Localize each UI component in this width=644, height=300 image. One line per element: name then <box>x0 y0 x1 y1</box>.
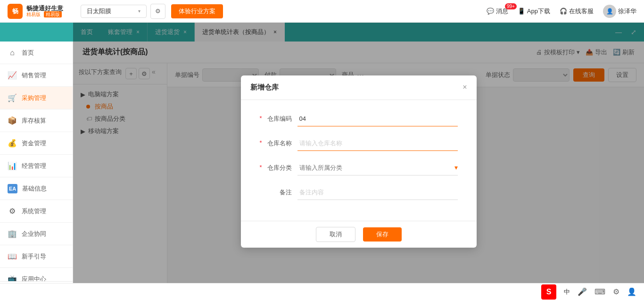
mic-icon[interactable]: 🎤 <box>578 287 587 296</box>
logo-title: 畅捷通好生意 <box>26 5 63 12</box>
sidebar-item-finance[interactable]: 💰 资金管理 <box>0 132 73 155</box>
modal-new-warehouse: 新增仓库 × 仓库编码 仓库名称 仓库分类 ▾ <box>241 75 477 248</box>
sidebar-item-sales[interactable]: 📈 销售管理 <box>0 64 73 87</box>
user-name: 徐泽华 <box>618 7 636 16</box>
guide-icon: 📖 <box>8 252 17 261</box>
category-label: 仓库分类 <box>260 164 297 172</box>
name-label: 仓库名称 <box>260 139 297 148</box>
code-input[interactable] <box>297 111 458 126</box>
user-icon[interactable]: 👤 <box>627 287 636 296</box>
gear-button[interactable]: ⚙ <box>150 4 165 19</box>
sidebar: ⌂ 首页 📈 销售管理 🛒 采购管理 📦 库存核算 💰 资金管理 📊 经营管理 … <box>0 42 73 300</box>
keyboard-icon[interactable]: ⌨ <box>594 287 605 296</box>
phone-icon: 📱 <box>518 8 525 15</box>
purchase-icon: 🛒 <box>8 93 17 103</box>
user-item[interactable]: 👤 徐泽华 <box>603 5 636 18</box>
bottom-bar: S 中 🎤 ⌨ ⚙ 👤 <box>0 283 644 300</box>
modal-close-button[interactable]: × <box>462 83 467 91</box>
sidebar-label-guide: 新手引导 <box>22 252 46 261</box>
sidebar-label-inventory: 库存核算 <box>22 117 46 125</box>
finance-icon: 💰 <box>8 139 17 148</box>
form-row-name: 仓库名称 <box>260 136 458 151</box>
sidebar-label-finance: 资金管理 <box>22 139 46 148</box>
store-name: 日太阳膜 <box>87 7 111 16</box>
save-button[interactable]: 保存 <box>363 227 402 242</box>
sidebar-item-enterprise[interactable]: 🏢 企业协同 <box>0 223 73 245</box>
inventory-icon: 📦 <box>8 116 17 125</box>
code-label: 仓库编码 <box>260 115 297 123</box>
cancel-button[interactable]: 取消 <box>316 227 355 242</box>
sidebar-label-operation: 经营管理 <box>22 162 46 170</box>
avatar: 👤 <box>603 5 616 18</box>
logo-area: 畅 畅捷通好生意 精易版 精易版 <box>8 4 81 19</box>
remark-label: 备注 <box>260 188 297 197</box>
top-header: 畅 畅捷通好生意 精易版 精易版 日太阳膜 ▾ ⚙ 体验行业方案 💬 消息 99… <box>0 0 644 23</box>
sidebar-item-home[interactable]: ⌂ 首页 <box>0 42 73 64</box>
sidebar-label-home: 首页 <box>22 49 34 57</box>
modal-body: 仓库编码 仓库名称 仓库分类 ▾ 备注 <box>241 100 477 221</box>
message-badge: 99+ <box>505 3 517 9</box>
s-logo: S <box>541 284 556 300</box>
sidebar-item-operation[interactable]: 📊 经营管理 <box>0 155 73 177</box>
message-icon: 💬 <box>487 8 494 15</box>
sidebar-label-purchase: 采购管理 <box>22 94 46 102</box>
sidebar-item-basic-info[interactable]: EA 基础信息 <box>0 177 73 200</box>
sidebar-label-basic-info: 基础信息 <box>22 184 47 193</box>
home-icon: ⌂ <box>8 48 17 58</box>
message-item[interactable]: 💬 消息 99+ <box>487 7 508 16</box>
settings-icon[interactable]: ⚙ <box>613 287 619 296</box>
header-right: 💬 消息 99+ 📱 App下载 🎧 在线客服 👤 徐泽华 <box>487 5 636 18</box>
sidebar-item-system[interactable]: ⚙ 系统管理 <box>0 200 73 223</box>
modal-overlay: 新增仓库 × 仓库编码 仓库名称 仓库分类 ▾ <box>73 23 644 300</box>
remark-input[interactable] <box>297 185 458 200</box>
logo-badge: 精易版 <box>44 11 62 17</box>
chevron-down-icon: ▾ <box>138 8 140 14</box>
trial-button[interactable]: 体验行业方案 <box>171 4 223 18</box>
zhong-text: 中 <box>564 288 570 296</box>
sidebar-label-sales: 销售管理 <box>22 71 46 80</box>
store-selector[interactable]: 日太阳膜 ▾ <box>81 5 147 18</box>
form-row-remark: 备注 <box>260 185 458 200</box>
logo-text: 畅捷通好生意 精易版 精易版 <box>26 5 63 18</box>
basic-info-icon: EA <box>8 184 17 193</box>
category-select-wrapper: ▾ <box>297 160 458 175</box>
headset-icon: 🎧 <box>560 8 567 15</box>
logo-sub: 精易版 精易版 <box>26 12 63 17</box>
logo-icon: 畅 <box>8 4 23 19</box>
sidebar-item-guide[interactable]: 📖 新手引导 <box>0 245 73 268</box>
system-icon: ⚙ <box>8 207 17 216</box>
category-input[interactable] <box>297 164 454 171</box>
modal-header: 新增仓库 × <box>241 75 477 100</box>
enterprise-icon: 🏢 <box>8 229 17 239</box>
sidebar-label-enterprise: 企业协同 <box>22 230 46 238</box>
modal-footer: 取消 保存 <box>241 221 477 248</box>
app-download-item[interactable]: 📱 App下载 <box>518 7 550 16</box>
modal-title: 新增仓库 <box>250 83 279 92</box>
form-row-category: 仓库分类 ▾ <box>260 160 458 175</box>
service-label: 在线客服 <box>569 7 594 16</box>
sidebar-label-system: 系统管理 <box>22 207 46 216</box>
service-item[interactable]: 🎧 在线客服 <box>560 7 594 16</box>
category-dropdown-icon[interactable]: ▾ <box>454 164 458 171</box>
operation-icon: 📊 <box>8 161 17 171</box>
sidebar-item-inventory[interactable]: 📦 库存核算 <box>0 109 73 132</box>
app-label: App下载 <box>527 7 550 16</box>
sidebar-item-purchase[interactable]: 🛒 采购管理 <box>0 87 73 109</box>
sales-icon: 📈 <box>8 71 17 80</box>
form-row-code: 仓库编码 <box>260 111 458 126</box>
name-input[interactable] <box>297 136 458 151</box>
